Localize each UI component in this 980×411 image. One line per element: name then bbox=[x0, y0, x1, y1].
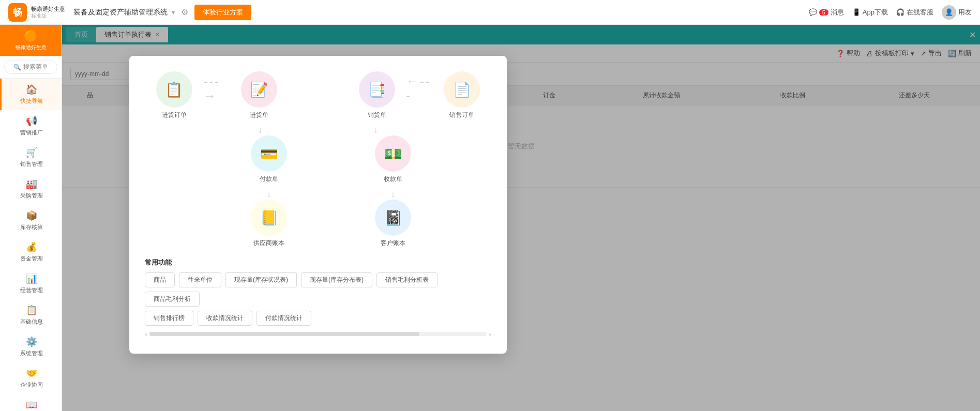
btn-product-profit[interactable]: 商品毛利分析 bbox=[145, 292, 200, 307]
overlay: 📋 进货订单 - - - → 📝 进货单 bbox=[62, 25, 980, 411]
sidebar-item-management[interactable]: 📊 经营管理 bbox=[0, 268, 62, 299]
basic-icon: 📋 bbox=[26, 305, 37, 316]
payment-icon: 💳 bbox=[251, 135, 287, 172]
common-functions-title: 常用功能 bbox=[145, 258, 491, 267]
sales-label: 销货单 bbox=[368, 111, 386, 119]
payment-label: 付款单 bbox=[260, 175, 278, 184]
wf-node-payment: 💳 付款单 bbox=[238, 135, 300, 184]
wf-node-purchase: 📝 进货单 bbox=[230, 71, 289, 119]
message-icon: 💬 bbox=[809, 8, 817, 16]
app-download-action[interactable]: 📱 App下载 bbox=[852, 8, 888, 17]
sidebar-item-beginner[interactable]: 📖 新手引导 bbox=[0, 394, 62, 411]
sales-icon: 📑 bbox=[359, 71, 395, 108]
btn-counterpart[interactable]: 往来单位 bbox=[179, 272, 221, 287]
avatar: 👤 bbox=[942, 5, 956, 20]
sidebar-logo: 🟠 畅康通好生意 bbox=[0, 25, 62, 56]
supplier-ledger-icon: 📒 bbox=[251, 200, 287, 236]
purchase-icon: 🏭 bbox=[26, 178, 37, 190]
btn-sales-ranking[interactable]: 销售排行榜 bbox=[145, 311, 193, 326]
purchase-order-label: 进货订单 bbox=[162, 111, 187, 119]
sidebar-item-sales[interactable]: 🛒 销售管理 bbox=[0, 142, 62, 173]
wf-node-sales-order: 📄 销售订单 bbox=[432, 71, 491, 119]
wf-node-customer-ledger: 📓 客户账本 bbox=[362, 200, 424, 248]
sidebar: 🟠 畅康通好生意 🔍 搜索菜单 🏠 快捷导航 📢 营销推广 bbox=[0, 25, 62, 411]
customer-service-action[interactable]: 🎧 在线客服 bbox=[896, 8, 933, 17]
btn-current-stock-dist[interactable]: 现存量(库存分布表) bbox=[301, 272, 372, 287]
search-menu-button[interactable]: 🔍 搜索菜单 bbox=[4, 60, 57, 74]
workflow-diagram: 📋 进货订单 - - - → 📝 进货单 bbox=[145, 71, 491, 253]
purchase-icon: 📝 bbox=[241, 71, 277, 108]
wf-node-purchase-order: 📋 进货订单 bbox=[145, 71, 204, 119]
btn-payment-stat[interactable]: 收款情况统计 bbox=[198, 311, 252, 326]
sidebar-item-marketing[interactable]: 📢 营销推广 bbox=[0, 110, 62, 142]
sales-order-icon: 📄 bbox=[444, 71, 480, 108]
sidebar-item-finance[interactable]: 💰 资金管理 bbox=[0, 236, 62, 268]
down-arrow-receipt: ↓ bbox=[362, 189, 424, 200]
management-icon: 📊 bbox=[26, 273, 37, 284]
customer-ledger-icon: 📓 bbox=[375, 200, 411, 236]
wf-node-receipt: 💵 收款单 bbox=[362, 135, 424, 184]
scrollbar-thumb[interactable] bbox=[149, 332, 419, 336]
supplier-ledger-label: 供应商账本 bbox=[253, 239, 284, 248]
content-area: 首页 销售订单执行表 ✕ ✕ ❓ 帮助 🖨 按模板打印 bbox=[62, 25, 980, 411]
marketing-icon: 📢 bbox=[26, 115, 37, 127]
sidebar-item-quick-nav[interactable]: 🏠 快捷导航 bbox=[0, 79, 62, 110]
sales-order-label: 销售订单 bbox=[449, 111, 474, 119]
message-action[interactable]: 💬 5 消息 bbox=[809, 8, 844, 17]
arrow-down-row-2: ↓ ↓ bbox=[145, 189, 491, 200]
sidebar-item-purchase[interactable]: 🏭 采购管理 bbox=[0, 173, 62, 205]
customer-ledger-label: 客户账本 bbox=[381, 239, 405, 248]
top-actions: 💬 5 消息 📱 App下载 🎧 在线客服 👤 用友 bbox=[809, 5, 972, 20]
system-icon: ⚙️ bbox=[26, 336, 37, 347]
workflow-row-2: 💳 付款单 💵 收款单 bbox=[145, 135, 491, 184]
trial-button[interactable]: 体验行业方案 bbox=[194, 5, 251, 20]
down-arrow-purchase: ↓ bbox=[232, 125, 290, 135]
btn-sales-profit[interactable]: 销售毛利分析表 bbox=[376, 272, 438, 287]
down-arrow-payment: ↓ bbox=[238, 189, 300, 200]
sidebar-menu: 🏠 快捷导航 📢 营销推广 🛒 销售管理 🏭 采购管理 📦 库存核 bbox=[0, 79, 62, 411]
top-bar: 畅 畅康通好生意 标准版 装备及固定资产辅助管理系统 ▾ ⚙ 体验行业方案 💬 … bbox=[0, 0, 980, 25]
btn-product[interactable]: 商品 bbox=[145, 272, 175, 287]
arrow-h-2: ← - - - bbox=[406, 74, 432, 117]
arrow-down-row: ↓ ↓ bbox=[145, 125, 491, 135]
enterprise-icon: 🤝 bbox=[26, 368, 37, 379]
headset-icon: 🎧 bbox=[896, 8, 904, 16]
search-icon: 🔍 bbox=[13, 64, 21, 71]
finance-icon: 💰 bbox=[26, 241, 37, 253]
purchase-label: 进货单 bbox=[250, 111, 268, 119]
receipt-label: 收款单 bbox=[384, 175, 402, 184]
scroll-right-icon[interactable]: › bbox=[489, 330, 491, 338]
user-action[interactable]: 👤 用友 bbox=[942, 5, 972, 20]
sidebar-item-system[interactable]: ⚙️ 系统管理 bbox=[0, 331, 62, 362]
settings-icon[interactable]: ⚙ bbox=[181, 7, 188, 17]
sidebar-search[interactable]: 🔍 搜索菜单 bbox=[0, 56, 62, 79]
logo-text: 畅康通好生意 标准版 bbox=[31, 5, 65, 19]
purchase-order-icon: 📋 bbox=[156, 71, 192, 108]
common-buttons-row1: 商品 往来单位 现存量(库存状况表) 现存量(库存分布表) 销售毛利分析表 商品… bbox=[145, 272, 491, 307]
system-title: 装备及固定资产辅助管理系统 bbox=[73, 8, 168, 17]
btn-payment-out-stat[interactable]: 付款情况统计 bbox=[257, 311, 311, 326]
dropdown-icon[interactable]: ▾ bbox=[172, 9, 175, 16]
sidebar-item-inventory[interactable]: 📦 库存核算 bbox=[0, 205, 62, 236]
sidebar-item-basic[interactable]: 📋 基础信息 bbox=[0, 299, 62, 331]
popup-scrollbar[interactable]: ‹ › bbox=[145, 330, 491, 338]
receipt-icon: 💵 bbox=[375, 135, 411, 172]
inventory-icon: 📦 bbox=[26, 210, 37, 221]
wf-node-supplier-ledger: 📒 供应商账本 bbox=[238, 200, 300, 248]
wf-node-sales: 📑 销货单 bbox=[348, 71, 406, 119]
btn-current-stock-status[interactable]: 现存量(库存状况表) bbox=[225, 272, 297, 287]
workflow-row-3: 📒 供应商账本 📓 客户账本 bbox=[145, 200, 491, 248]
message-badge: 5 bbox=[819, 9, 828, 16]
popup: 📋 进货订单 - - - → 📝 进货单 bbox=[129, 56, 507, 354]
scroll-left-icon[interactable]: ‹ bbox=[145, 330, 147, 338]
logo-section: 畅 畅康通好生意 标准版 bbox=[8, 3, 65, 22]
sidebar-item-enterprise[interactable]: 🤝 企业协同 bbox=[0, 362, 62, 394]
common-buttons-row2: 销售排行榜 收款情况统计 付款情况统计 bbox=[145, 311, 491, 326]
workflow-row-1: 📋 进货订单 - - - → 📝 进货单 bbox=[145, 71, 491, 119]
home-icon: 🏠 bbox=[26, 84, 37, 95]
scrollbar-track[interactable] bbox=[149, 332, 487, 336]
beginner-icon: 📖 bbox=[26, 399, 37, 410]
down-arrow-sales: ↓ bbox=[347, 125, 405, 135]
arrow-h-1: - - - → bbox=[204, 74, 230, 117]
logo-icon: 畅 bbox=[8, 3, 27, 22]
